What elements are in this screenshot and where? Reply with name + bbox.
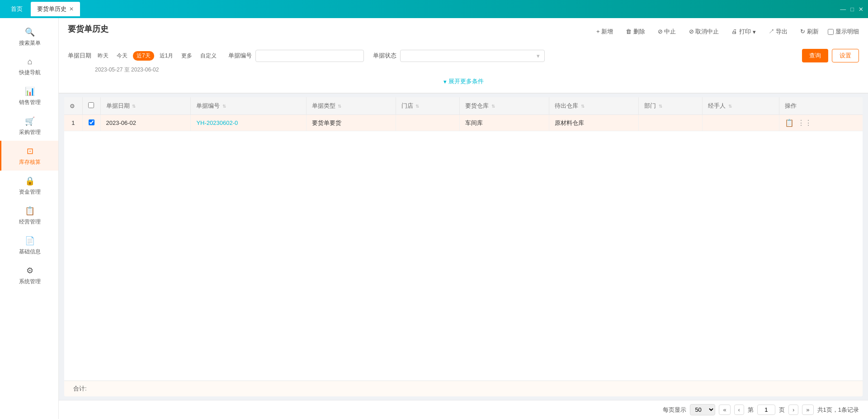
sidebar-item-basic-info-label: 基础信息 <box>19 248 41 256</box>
row-index: 1 <box>64 115 82 131</box>
date-range-display: 2023-05-27 至 2023-06-02 <box>95 67 159 73</box>
summary-label: 合计: <box>73 385 87 392</box>
doc-status-dropdown-icon[interactable]: ▾ <box>537 52 540 59</box>
close-button[interactable]: ✕ <box>859 6 863 13</box>
first-page-button[interactable]: « <box>719 405 730 415</box>
expand-filters-button[interactable]: ▾ 展开更多条件 <box>443 77 484 86</box>
doc-number-label: 单据编号 <box>228 52 252 60</box>
main-content: 要货单历史 + 新增 🗑 删除 ⊘ 中止 ⊘ 取消中止 🖨 打印 ▾ ↗ 导出 … <box>59 18 868 419</box>
maximize-button[interactable]: □ <box>850 6 854 13</box>
sidebar-item-sys-mgmt-label: 系统管理 <box>19 278 41 286</box>
doc-number-filter-section: 单据编号 <box>228 50 364 62</box>
th-store[interactable]: 门店 ⇅ <box>396 97 459 115</box>
sidebar-item-sales-mgmt-label: 销售管理 <box>19 99 41 106</box>
tab-home[interactable]: 首页 <box>5 2 29 16</box>
sidebar: 🔍 搜索菜单 ⌂ 快捷导航 📊 销售管理 🛒 采购管理 ⊡ 库存核算 🔒 资金管… <box>0 18 59 419</box>
th-doc-type[interactable]: 单据类型 ⇅ <box>306 97 396 115</box>
sidebar-item-purchase-mgmt-label: 采购管理 <box>19 129 41 136</box>
th-doc-date[interactable]: 单据日期 ⇅ <box>100 97 191 115</box>
doc-status-filter-section: 单据状态 ▾ <box>373 50 545 62</box>
row-actions: 📋 ⋮⋮ <box>779 115 863 131</box>
sidebar-item-ops-mgmt[interactable]: 📋 经营管理 <box>0 200 58 230</box>
select-all-checkbox[interactable] <box>88 102 94 108</box>
current-page-input[interactable] <box>757 405 775 415</box>
stop-button[interactable]: ⊘ 中止 <box>654 26 680 38</box>
settings-button[interactable]: 设置 <box>832 49 859 62</box>
th-req-warehouse[interactable]: 要货仓库 ⇅ <box>459 97 549 115</box>
doc-status-select[interactable]: ▾ <box>400 50 545 62</box>
table-row: 1 2023-06-02 YH-20230602-0 要货单要货 车间库 原材料… <box>64 115 863 131</box>
date-filter-section: 单据日期 昨天 今天 近7天 近1月 更多 自定义 <box>68 51 219 61</box>
th-doc-number[interactable]: 单据编号 ⇅ <box>191 97 306 115</box>
export-button[interactable]: ↗ 导出 <box>765 26 792 38</box>
row-store <box>396 115 459 131</box>
sidebar-item-basic-info[interactable]: 📄 基础信息 <box>0 230 58 260</box>
filter-area: 单据日期 昨天 今天 近7天 近1月 更多 自定义 单据编号 <box>59 43 868 93</box>
tab-requisition-history-label: 要货单历史 <box>37 5 66 13</box>
row-handler <box>703 115 779 131</box>
purchase-icon: 🛒 <box>25 116 35 126</box>
query-button[interactable]: 查询 <box>802 49 828 62</box>
row-edit-icon[interactable]: 📋 <box>785 119 794 127</box>
date-btn-last1month[interactable]: 近1月 <box>157 51 176 61</box>
sidebar-item-sys-mgmt[interactable]: ⚙ 系统管理 <box>0 260 58 290</box>
expand-icon: ▾ <box>443 78 447 85</box>
print-dropdown-icon[interactable]: ▾ <box>753 29 756 35</box>
th-settings[interactable]: ⚙ <box>64 97 82 115</box>
date-btn-custom[interactable]: 自定义 <box>198 51 219 61</box>
date-filter-label: 单据日期 <box>68 52 91 60</box>
date-btn-today[interactable]: 今天 <box>114 51 130 61</box>
tab-close-icon[interactable]: ✕ <box>69 6 74 12</box>
refresh-button[interactable]: ↻ 刷新 <box>797 26 822 38</box>
display-cell-button[interactable]: 显示明细 <box>828 28 859 36</box>
sidebar-item-quick-nav[interactable]: ⌂ 快捷导航 <box>0 52 58 81</box>
row-checkbox[interactable] <box>89 119 94 125</box>
row-checkbox-cell[interactable] <box>82 115 100 131</box>
basic-info-icon: 📄 <box>25 236 35 246</box>
delete-button[interactable]: 🗑 删除 <box>622 26 649 38</box>
sidebar-item-purchase-mgmt[interactable]: 🛒 采购管理 <box>0 111 58 141</box>
sidebar-item-capital-mgmt[interactable]: 🔒 资金管理 <box>0 171 58 200</box>
sidebar-item-inventory[interactable]: ⊡ 库存核算 <box>0 141 58 171</box>
capital-icon: 🔒 <box>25 176 35 186</box>
date-btn-more[interactable]: 更多 <box>179 51 195 61</box>
date-btn-last7days[interactable]: 近7天 <box>133 51 154 61</box>
expand-label: 展开更多条件 <box>448 77 484 86</box>
row-doc-number[interactable]: YH-20230602-0 <box>191 115 306 131</box>
th-checkbox[interactable] <box>82 97 100 115</box>
doc-number-link[interactable]: YH-20230602-0 <box>196 119 238 126</box>
row-doc-type: 要货单要货 <box>306 115 396 131</box>
sidebar-item-inventory-label: 库存核算 <box>19 158 41 166</box>
display-cell-checkbox[interactable] <box>828 29 834 35</box>
doc-number-input[interactable] <box>255 50 364 62</box>
page-size-label: 每页显示 <box>663 406 686 414</box>
doc-status-label: 单据状态 <box>373 52 396 60</box>
filter-actions: 查询 设置 <box>802 49 859 62</box>
page-size-select[interactable]: 10 20 50 100 <box>690 404 715 415</box>
print-button[interactable]: 🖨 打印 ▾ <box>728 26 760 38</box>
tab-requisition-history[interactable]: 要货单历史 ✕ <box>31 2 80 16</box>
sidebar-item-search-menu[interactable]: 🔍 搜索菜单 <box>0 22 58 52</box>
th-pending-warehouse[interactable]: 待出仓库 ⇅ <box>549 97 638 115</box>
sys-mgmt-icon: ⚙ <box>26 266 33 276</box>
cancel-stop-button[interactable]: ⊘ 取消中止 <box>685 26 723 38</box>
next-page-button[interactable]: › <box>788 405 798 415</box>
last-page-button[interactable]: » <box>802 405 813 415</box>
th-dept[interactable]: 部门 ⇅ <box>638 97 702 115</box>
row-more-icon[interactable]: ⋮⋮ <box>797 119 812 127</box>
new-button[interactable]: + 新增 <box>593 26 617 38</box>
inventory-icon: ⊡ <box>27 146 33 156</box>
date-btn-yesterday[interactable]: 昨天 <box>95 51 111 61</box>
tab-bar: 首页 要货单历史 ✕ <box>5 2 840 16</box>
minimize-button[interactable]: — <box>840 6 846 13</box>
prev-page-button[interactable]: ‹ <box>734 405 744 415</box>
sidebar-item-sales-mgmt[interactable]: 📊 销售管理 <box>0 81 58 111</box>
row-dept <box>638 115 702 131</box>
print-label: 🖨 打印 <box>731 28 751 36</box>
data-table: ⚙ 单据日期 ⇅ 单据编号 ⇅ 单据类型 ⇅ 门店 ⇅ 要货仓库 ⇅ 待出仓库 … <box>64 97 863 131</box>
th-handler[interactable]: 经手人 ⇅ <box>703 97 779 115</box>
total-records: 共1页，1条记录 <box>817 406 859 414</box>
page-title: 要货单历史 <box>68 24 108 34</box>
pagination: 每页显示 10 20 50 100 « ‹ 第 页 › » 共1页，1条记录 <box>59 400 868 419</box>
th-action: 操作 <box>779 97 863 115</box>
